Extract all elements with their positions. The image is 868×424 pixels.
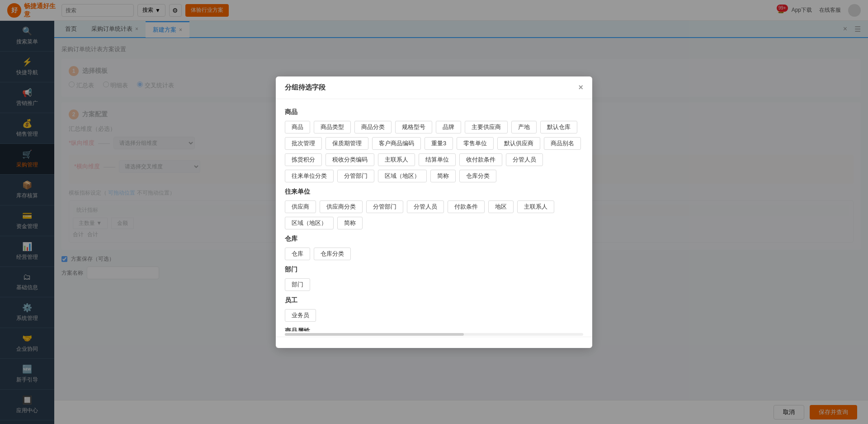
- tag-supplier[interactable]: 供应商: [285, 200, 316, 213]
- department-tag-grid: 部门: [285, 278, 583, 291]
- tag-main-supplier[interactable]: 主要供应商: [465, 121, 508, 133]
- tag-settlement-unit[interactable]: 结算单位: [419, 153, 456, 166]
- section-title-department: 部门: [285, 266, 583, 274]
- tag-department[interactable]: 部门: [285, 278, 310, 291]
- section-title-staff: 员工: [285, 296, 583, 305]
- tag-supervise-dept[interactable]: 分管部门: [337, 170, 374, 182]
- modal-title: 分组待选字段: [285, 83, 326, 92]
- tag-warehouse[interactable]: 仓库: [285, 248, 310, 260]
- tag-origin[interactable]: 产地: [511, 121, 537, 133]
- tag-pick-points[interactable]: 拣货积分: [285, 153, 322, 166]
- field-selection-modal: 分组待选字段 × 商品 商品 商品类型 商品分类 规格型号 品牌 主要供应商 产…: [276, 76, 592, 348]
- tag-dept[interactable]: 分管部门: [366, 200, 403, 213]
- product-tag-grid: 商品 商品类型 商品分类 规格型号 品牌 主要供应商 产地 默认仓库 批次管理 …: [285, 121, 583, 182]
- tag-brand[interactable]: 品牌: [436, 121, 461, 133]
- modal-overlay: 分组待选字段 × 商品 商品 商品类型 商品分类 规格型号 品牌 主要供应商 产…: [0, 0, 868, 424]
- tag-warehouse-cat[interactable]: 仓库分类: [314, 248, 351, 260]
- tag-main-contact[interactable]: 主联系人: [378, 153, 415, 166]
- tag-default-warehouse[interactable]: 默认仓库: [540, 121, 577, 133]
- tag-weight3[interactable]: 重量3: [425, 137, 453, 150]
- tag-main-contact2[interactable]: 主联系人: [517, 200, 554, 213]
- section-title-warehouse: 仓库: [285, 235, 583, 243]
- tag-short-name[interactable]: 简称: [430, 170, 456, 182]
- tag-person[interactable]: 分管人员: [407, 200, 444, 213]
- tag-counterpart-category[interactable]: 往来单位分类: [285, 170, 334, 182]
- modal-header: 分组待选字段 ×: [276, 76, 592, 99]
- tag-area[interactable]: 地区: [488, 200, 514, 213]
- tag-salesperson[interactable]: 业务员: [285, 309, 316, 322]
- section-title-counterpart: 往来单位: [285, 188, 583, 196]
- tag-short-name2[interactable]: 简称: [337, 217, 363, 229]
- tag-product-type[interactable]: 商品类型: [314, 121, 351, 133]
- tag-product-category[interactable]: 商品分类: [354, 121, 392, 133]
- staff-tag-grid: 业务员: [285, 309, 583, 322]
- section-title-product: 商品: [285, 108, 583, 116]
- warehouse-tag-grid: 仓库 仓库分类: [285, 248, 583, 260]
- tag-pay-terms[interactable]: 付款条件: [448, 200, 485, 213]
- tag-retail-unit[interactable]: 零售单位: [457, 137, 494, 150]
- tag-warehouse-category[interactable]: 仓库分类: [459, 170, 496, 182]
- tag-expiry-management[interactable]: 保质期管理: [326, 137, 368, 150]
- tag-supervisor[interactable]: 分管人员: [506, 153, 543, 166]
- tag-spec-model[interactable]: 规格型号: [395, 121, 432, 133]
- tag-tax-code[interactable]: 税收分类编码: [326, 153, 374, 166]
- tag-region[interactable]: 区域（地区）: [378, 170, 427, 182]
- horizontal-scrollbar-thumb[interactable]: [285, 333, 464, 336]
- tag-product-alias[interactable]: 商品别名: [544, 137, 581, 150]
- modal-footer: [276, 337, 592, 348]
- tag-payment-terms[interactable]: 收付款条件: [459, 153, 502, 166]
- tag-default-supplier[interactable]: 默认供应商: [497, 137, 540, 150]
- section-title-product-attr: 商品属性: [285, 327, 583, 331]
- tag-product[interactable]: 商品: [285, 121, 310, 133]
- modal-body: 商品 商品 商品类型 商品分类 规格型号 品牌 主要供应商 产地 默认仓库 批次…: [276, 99, 592, 331]
- modal-close-button[interactable]: ×: [578, 83, 583, 92]
- counterpart-tag-grid: 供应商 供应商分类 分管部门 分管人员 付款条件 地区 主联系人 区域（地区） …: [285, 200, 583, 229]
- tag-batch-management[interactable]: 批次管理: [285, 137, 322, 150]
- tag-customer-sku[interactable]: 客户商品编码: [372, 137, 421, 150]
- tag-region2[interactable]: 区域（地区）: [285, 217, 334, 229]
- tag-supplier-category[interactable]: 供应商分类: [320, 200, 363, 213]
